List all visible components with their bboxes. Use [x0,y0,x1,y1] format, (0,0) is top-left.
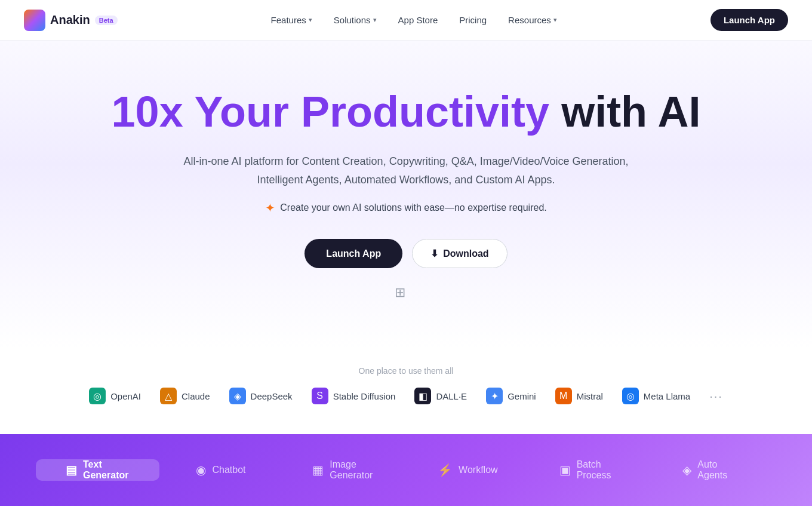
download-icon: ⬇ [430,248,438,259]
nav-launch-button[interactable]: Launch App [710,9,788,31]
nav-item-features[interactable]: Features ▾ [271,15,312,25]
integrations-label: One place to use them all [24,366,788,376]
hero-title: 10x Your Productivity with AI [24,88,788,136]
logo-text: Anakin [50,13,90,27]
hero-buttons: Launch App ⬇ Download [24,239,788,268]
batch-process-icon: ▣ [559,463,571,477]
integration-claude[interactable]: △ Claude [160,388,210,404]
openai-icon: ◎ [89,388,106,404]
navbar: Anakin Beta Features ▾ Solutions ▾ App S… [0,0,812,41]
more-integrations: ··· [709,389,723,403]
feature-auto-agents[interactable]: ◈ Auto Agents [653,459,776,481]
sparkle-icon: ✦ [265,201,275,215]
mistral-icon: M [555,388,572,404]
integrations-section: One place to use them all ◎ OpenAI △ Cla… [0,348,812,434]
integration-gemini[interactable]: ✦ Gemini [486,388,536,404]
integration-deepseek[interactable]: ◈ DeepSeek [229,388,293,404]
feature-chatbot[interactable]: ◉ Chatbot [159,463,283,477]
hero-section: 10x Your Productivity with AI All-in-one… [0,41,812,348]
chevron-down-icon: ▾ [553,16,557,24]
chevron-down-icon: ▾ [309,16,312,24]
text-generator-icon: ▤ [66,463,77,477]
chevron-down-icon: ▾ [373,16,377,24]
chatbot-icon: ◉ [196,463,206,477]
image-generator-icon: ▦ [312,463,324,477]
nav-item-resources[interactable]: Resources ▾ [508,15,557,25]
integration-stable-diffusion[interactable]: S Stable Diffusion [312,388,396,404]
windows-icon: ⊞ [395,285,405,300]
integration-openai[interactable]: ◎ OpenAI [89,388,141,404]
feature-bar: ▤ Text Generator ◉ Chatbot ▦ Image Gener… [0,434,812,506]
dalle-icon: ◧ [414,388,431,404]
hero-subtitle: All-in-one AI platform for Content Creat… [173,152,639,189]
nav-item-solutions[interactable]: Solutions ▾ [334,15,377,25]
auto-agents-icon: ◈ [682,463,691,477]
feature-batch-process[interactable]: ▣ Batch Process [530,459,653,481]
feature-image-generator[interactable]: ▦ Image Generator [282,459,406,481]
logo[interactable]: Anakin Beta [24,10,118,31]
beta-badge: Beta [95,16,118,25]
os-icons: ⊞ [24,285,788,300]
launch-app-button[interactable]: Launch App [304,239,402,268]
workflow-icon: ⚡ [438,463,453,477]
claude-icon: △ [160,388,177,404]
nav-item-appstore[interactable]: App Store [398,15,438,25]
hero-tagline: ✦ Create your own AI solutions with ease… [24,201,788,215]
integration-meta-llama[interactable]: ◎ Meta Llama [622,388,690,404]
gemini-icon: ✦ [486,388,503,404]
nav-links: Features ▾ Solutions ▾ App Store Pricing… [271,15,557,25]
feature-text-generator[interactable]: ▤ Text Generator [36,459,159,481]
integration-list: ◎ OpenAI △ Claude ◈ DeepSeek S Stable Di… [24,388,788,404]
integration-mistral[interactable]: M Mistral [555,388,603,404]
integration-dalle[interactable]: ◧ DALL·E [414,388,467,404]
logo-icon [24,10,45,31]
stable-diffusion-icon: S [312,388,328,404]
download-button[interactable]: ⬇ Download [412,239,507,268]
feature-workflow[interactable]: ⚡ Workflow [406,463,530,477]
meta-icon: ◎ [622,388,639,404]
nav-item-pricing[interactable]: Pricing [459,15,487,25]
deepseek-icon: ◈ [229,388,246,404]
